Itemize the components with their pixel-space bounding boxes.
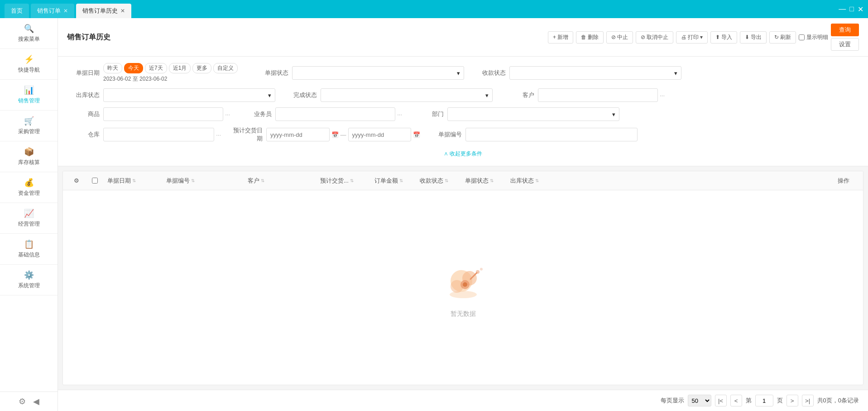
maximize-button[interactable]: □	[849, 5, 854, 13]
calendar-from-icon[interactable]: 📅	[331, 131, 339, 138]
first-page-button[interactable]: |<	[715, 395, 727, 406]
export-button[interactable]: ⬇ 导出	[740, 31, 767, 44]
sidebar-settings-icon[interactable]: ⚙	[19, 396, 26, 406]
import-button[interactable]: ⬆ 导入	[710, 31, 737, 44]
date-filter-col: 昨天 今天 近7天 近1月 更多 自定义 2023-06-02 至 2023-0…	[103, 63, 238, 83]
sidebar-item-inventory[interactable]: 📦 库存核算	[0, 141, 58, 172]
sidebar: 🔍 搜索菜单 ⚡ 快捷导航 📊 销售管理 🛒 采购管理 📦 库存核算 💰 资金管…	[0, 18, 58, 411]
bill-status-select[interactable]: ▾	[292, 66, 464, 80]
svg-point-0	[450, 291, 477, 298]
display-detail-checkbox[interactable]	[799, 34, 805, 40]
th-delivery: 预计交货... ⇅	[317, 177, 371, 185]
sidebar-item-search[interactable]: 🔍 搜索菜单	[0, 18, 58, 49]
tab-sales-order[interactable]: 销售订单 ✕	[31, 4, 74, 18]
goods-input[interactable]	[103, 107, 223, 121]
expected-date-to[interactable]	[348, 128, 412, 141]
complete-status-control: ▾	[321, 88, 493, 102]
sort-amount-icon[interactable]: ⇅	[399, 178, 403, 183]
import-icon: ⬆	[715, 34, 720, 40]
sort-delivery-icon[interactable]: ⇅	[350, 178, 354, 183]
sidebar-item-quick-nav[interactable]: ⚡ 快捷导航	[0, 49, 58, 80]
new-icon: +	[553, 34, 556, 40]
salesman-input[interactable]	[275, 107, 395, 121]
goods-picker-icon[interactable]: ···	[225, 111, 230, 118]
dept-select[interactable]: ▾	[447, 107, 619, 121]
expected-date-from[interactable]	[266, 128, 330, 141]
th-billno: 单据编号 ⇅	[163, 177, 244, 185]
select-all-checkbox[interactable]	[92, 178, 98, 184]
minimize-button[interactable]: —	[839, 5, 846, 13]
payment-status-dropdown-icon: ▾	[674, 70, 677, 77]
close-button[interactable]: ✕	[858, 5, 863, 14]
cancel-stop-icon: ⊘	[641, 34, 645, 40]
cancel-stop-button[interactable]: ⊘ 取消中止	[636, 31, 673, 44]
complete-status-select[interactable]: ▾	[321, 88, 493, 102]
out-stock-select[interactable]: ▾	[103, 88, 275, 102]
payment-status-select[interactable]: ▾	[509, 66, 681, 80]
total-label: 共0页，0条记录	[817, 396, 859, 405]
bill-number-control	[465, 128, 638, 141]
date-more-btn[interactable]: 更多	[192, 63, 211, 73]
filter-area: 单据日期 昨天 今天 近7天 近1月 更多 自定义 2023-06-02 至 2…	[58, 57, 868, 166]
sidebar-item-purchase[interactable]: 🛒 采购管理	[0, 111, 58, 141]
sidebar-item-finance[interactable]: 💰 资金管理	[0, 172, 58, 203]
table-area: ⚙ 单据日期 ⇅ 单据编号 ⇅ 客户 ⇅ 预计交货...	[62, 171, 863, 385]
sort-billno-icon[interactable]: ⇅	[191, 178, 195, 183]
setting-button[interactable]: 设置	[831, 38, 859, 51]
filter-row-3: 商品 ··· 业务员 ··· 部门 ▾	[67, 107, 859, 121]
sort-customer-icon[interactable]: ⇅	[261, 178, 264, 183]
display-toggle: 显示明细	[799, 34, 828, 41]
delete-button[interactable]: 🗑 删除	[576, 31, 604, 44]
tab-sales-order-history[interactable]: 销售订单历史 ✕	[76, 4, 131, 18]
date-7days-btn[interactable]: 近7天	[145, 63, 167, 73]
svg-point-8	[480, 268, 483, 271]
customer-picker-icon[interactable]: ···	[660, 92, 665, 99]
gear-settings-icon[interactable]: ⚙	[74, 177, 79, 184]
collapse-bar[interactable]: ∧ 收起更多条件	[67, 148, 859, 160]
sidebar-item-basic[interactable]: 📋 基础信息	[0, 234, 58, 265]
th-gear[interactable]: ⚙	[67, 177, 86, 184]
salesman-picker-icon[interactable]: ···	[397, 111, 402, 118]
sidebar-item-inventory-label: 库存核算	[18, 159, 40, 166]
next-page-button[interactable]: >	[786, 395, 798, 406]
sort-outstock-icon[interactable]: ⇅	[535, 178, 539, 183]
print-button[interactable]: 🖨 打印 ▾	[676, 31, 708, 44]
date-today-btn[interactable]: 今天	[124, 63, 143, 73]
date-custom-btn[interactable]: 自定义	[213, 63, 238, 73]
prev-page-button[interactable]: <	[730, 395, 742, 406]
customer-input[interactable]	[538, 88, 658, 102]
sidebar-collapse-icon[interactable]: ◀	[33, 396, 39, 406]
warehouse-input[interactable]	[103, 128, 214, 141]
th-check[interactable]	[86, 178, 104, 184]
query-button[interactable]: 查询	[831, 24, 859, 36]
bill-status-label: 单据状态	[256, 69, 292, 77]
per-page-select[interactable]: 10 20 50 100	[688, 395, 711, 406]
tab-home[interactable]: 首页	[5, 4, 29, 18]
new-button[interactable]: + 新增	[548, 31, 573, 44]
stop-button[interactable]: ⊘ 中止	[606, 31, 633, 44]
sidebar-item-operations[interactable]: 📈 经营管理	[0, 203, 58, 234]
sort-payment-icon[interactable]: ⇅	[445, 178, 448, 183]
expected-date-label: 预计交货日期	[230, 126, 266, 143]
date-range: 2023-06-02 至 2023-06-02	[103, 75, 238, 83]
page-number-input[interactable]	[755, 395, 773, 406]
purchase-icon: 🛒	[24, 116, 34, 126]
sort-date-icon[interactable]: ⇅	[132, 178, 136, 183]
th-outstock: 出库状态 ⇅	[507, 177, 552, 185]
warehouse-picker-icon[interactable]: ···	[216, 131, 221, 138]
sidebar-item-system[interactable]: ⚙️ 系统管理	[0, 265, 58, 295]
date-yesterday-btn[interactable]: 昨天	[103, 63, 122, 73]
calendar-to-icon[interactable]: 📅	[413, 131, 420, 138]
inventory-icon: 📦	[24, 147, 34, 157]
th-date: 单据日期 ⇅	[104, 177, 163, 185]
bill-number-label: 单据编号	[429, 131, 465, 139]
close-sales-order-tab[interactable]: ✕	[63, 8, 68, 14]
svg-point-5	[463, 282, 467, 287]
refresh-button[interactable]: ↻ 刷新	[769, 31, 796, 44]
sidebar-item-sales[interactable]: 📊 销售管理	[0, 80, 58, 111]
close-history-tab[interactable]: ✕	[120, 8, 125, 14]
sort-status-icon[interactable]: ⇅	[490, 178, 494, 183]
last-page-button[interactable]: >|	[802, 395, 814, 406]
date-1month-btn[interactable]: 近1月	[169, 63, 191, 73]
bill-number-input[interactable]	[465, 128, 638, 141]
